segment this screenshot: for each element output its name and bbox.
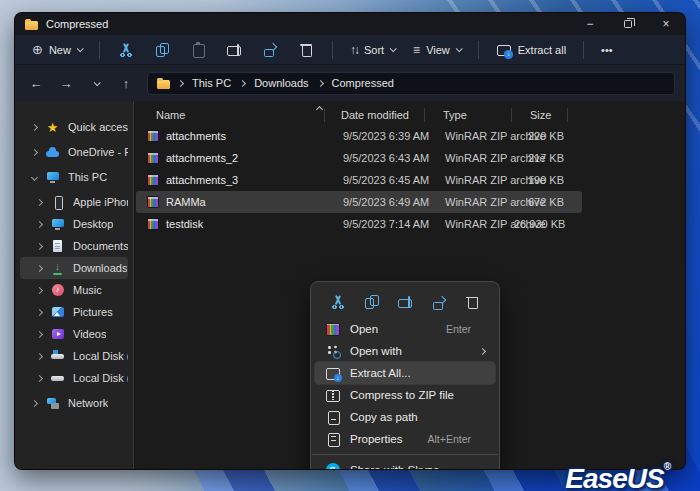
winrar-icon	[325, 321, 341, 337]
column-header-size[interactable]: Size	[512, 105, 568, 125]
context-share-button[interactable]	[427, 290, 451, 314]
expand-chevron-icon[interactable]	[36, 308, 43, 315]
menu-item-open-with[interactable]: Open with	[315, 340, 495, 362]
view-button[interactable]: ≡ View	[406, 41, 468, 59]
extract-all-button[interactable]: Extract all	[489, 39, 573, 61]
expand-chevron-icon[interactable]	[36, 286, 43, 293]
menu-item-compress-to-zip-file[interactable]: Compress to ZIP file	[315, 384, 495, 406]
delete-icon	[298, 42, 314, 58]
open-with-icon	[325, 343, 341, 359]
sidebar-item-this-pc[interactable]: This PC	[20, 166, 128, 188]
sidebar-item-downloads[interactable]: Downloads	[20, 257, 128, 279]
sidebar-item-onedrive-personal[interactable]: OneDrive - Personal	[20, 141, 128, 163]
file-size: 190 KB	[514, 174, 570, 186]
minimize-button[interactable]: −	[571, 13, 609, 35]
picture-icon	[50, 305, 65, 320]
winrar-file-icon	[146, 217, 160, 231]
disk-icon	[50, 371, 65, 386]
context-delete-button[interactable]	[460, 290, 484, 314]
toolbar-divider	[583, 41, 584, 59]
breadcrumb-this-pc[interactable]: This PC	[190, 75, 233, 91]
file-row-testdisk[interactable]: testdisk 9/5/2023 7:14 AM WinRAR ZIP arc…	[136, 213, 570, 235]
back-button[interactable]: ←	[25, 72, 47, 94]
menu-item-copy-as-path[interactable]: Copy as path	[315, 406, 495, 428]
expand-chevron-icon[interactable]	[36, 264, 43, 271]
up-button[interactable]: ↑	[115, 72, 137, 94]
breadcrumb-chevron-icon[interactable]	[317, 79, 324, 86]
column-header-date-modified[interactable]: Date modified	[325, 105, 425, 125]
toolbar-divider	[99, 41, 100, 59]
submenu-chevron-icon	[479, 347, 486, 354]
download-icon	[50, 261, 65, 276]
file-type: WinRAR ZIP archive	[427, 130, 514, 142]
file-row-attachments-2[interactable]: attachments_2 9/5/2023 6:43 AM WinRAR ZI…	[136, 147, 570, 169]
column-header-type[interactable]: Type	[425, 105, 512, 125]
sidebar-item-pictures[interactable]: Pictures	[20, 301, 128, 323]
file-row-attachments[interactable]: attachments 9/5/2023 6:39 AM WinRAR ZIP …	[136, 125, 570, 147]
expand-chevron-icon[interactable]	[36, 352, 43, 359]
copy-button[interactable]	[150, 38, 174, 62]
delete-icon	[464, 294, 480, 310]
extract-all-icon	[496, 42, 512, 58]
expand-chevron-icon[interactable]	[36, 374, 43, 381]
up-icon: ↑	[123, 76, 130, 91]
sidebar-item-local-disk-d[interactable]: Local Disk (D:)	[20, 367, 128, 389]
expand-chevron-icon[interactable]	[31, 123, 38, 130]
recent-locations-button[interactable]	[85, 72, 107, 94]
copy-path-icon	[325, 409, 341, 425]
file-name: attachments	[166, 130, 226, 142]
menu-item-extract-all[interactable]: Extract All...	[315, 362, 495, 384]
context-cut-button[interactable]	[326, 290, 350, 314]
file-row-attachments-3[interactable]: attachments_3 9/5/2023 6:45 AM WinRAR ZI…	[136, 169, 570, 191]
sort-button[interactable]: ↑↓ Sort	[343, 41, 402, 59]
maximize-button[interactable]	[609, 13, 647, 35]
sidebar-item-videos[interactable]: Videos	[20, 323, 128, 345]
chevron-down-icon	[455, 45, 462, 52]
context-rename-button[interactable]	[393, 290, 417, 314]
cut-button[interactable]	[114, 38, 138, 62]
file-size: 672 KB	[514, 196, 570, 208]
breadcrumb-downloads[interactable]: Downloads	[252, 75, 310, 91]
expand-chevron-icon[interactable]	[36, 242, 43, 249]
share-button[interactable]	[258, 38, 282, 62]
sidebar-item-documents[interactable]: Documents	[20, 235, 128, 257]
column-header-name[interactable]: Name	[144, 105, 325, 125]
menu-item-open[interactable]: Open Enter	[315, 318, 495, 340]
view-icon: ≡	[413, 44, 420, 56]
paste-button[interactable]	[186, 38, 210, 62]
expand-chevron-icon[interactable]	[36, 220, 43, 227]
minimize-icon: −	[586, 17, 593, 31]
see-more-button[interactable]: •••	[594, 41, 620, 59]
sidebar-item-local-disk-c[interactable]: Local Disk (C:)	[20, 345, 128, 367]
menu-item-share-with-skype[interactable]: Share with Skype	[315, 459, 495, 469]
document-icon	[50, 239, 65, 254]
breadcrumb-compressed[interactable]: Compressed	[330, 75, 396, 91]
toolbar-divider	[332, 41, 333, 59]
new-button[interactable]: ⊕ New	[25, 40, 89, 59]
breadcrumb-chevron-icon[interactable]	[239, 79, 246, 86]
expand-chevron-icon[interactable]	[36, 198, 43, 205]
expand-chevron-icon[interactable]	[31, 399, 38, 406]
rename-button[interactable]	[222, 38, 246, 62]
breadcrumb-segment: Compressed	[318, 75, 396, 91]
sidebar-item-network[interactable]: Network	[20, 392, 128, 414]
close-button[interactable]: ×	[647, 13, 685, 35]
file-name: attachments_3	[166, 174, 238, 186]
expand-chevron-icon[interactable]	[31, 173, 38, 180]
file-date-modified: 9/5/2023 6:43 AM	[327, 152, 427, 164]
expand-chevron-icon[interactable]	[31, 148, 38, 155]
chevron-down-icon	[93, 79, 100, 86]
address-bar[interactable]: This PC Downloads Compressed	[147, 72, 675, 95]
breadcrumb-chevron-icon[interactable]	[177, 79, 184, 86]
file-row-ramma[interactable]: RAMMa 9/5/2023 6:49 AM WinRAR ZIP archiv…	[136, 191, 582, 213]
sidebar-item-apple-iphone[interactable]: Apple iPhone	[20, 191, 128, 213]
delete-button[interactable]	[294, 38, 318, 62]
context-copy-button[interactable]	[359, 290, 383, 314]
sidebar-item-quick-access[interactable]: Quick access	[20, 116, 128, 138]
sidebar-item-music[interactable]: Music	[20, 279, 128, 301]
forward-button[interactable]: →	[55, 72, 77, 94]
music-icon	[50, 283, 65, 298]
expand-chevron-icon[interactable]	[36, 330, 43, 337]
sidebar-item-desktop[interactable]: Desktop	[20, 213, 128, 235]
menu-item-properties[interactable]: Properties Alt+Enter	[315, 428, 495, 450]
